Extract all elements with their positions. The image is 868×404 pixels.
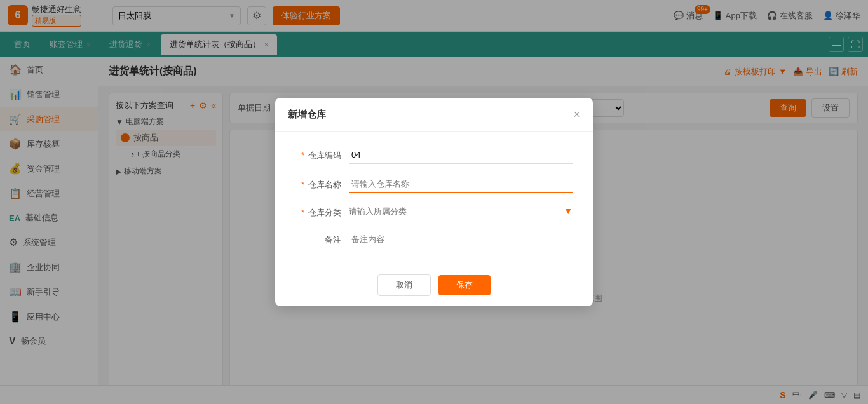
modal-title: 新增仓库 [288,109,326,121]
required-star: * [301,151,304,160]
form-row-code: * 仓库编码 [295,147,573,164]
add-warehouse-modal: 新增仓库 × * 仓库编码 * 仓库名称 [275,98,593,306]
modal-footer: 取消 保存 [275,264,593,306]
modal-overlay: 新增仓库 × * 仓库编码 * 仓库名称 [0,0,868,404]
save-button[interactable]: 保存 [438,275,491,295]
warehouse-code-label: * 仓库编码 [295,150,341,161]
warehouse-category-label: * 仓库分类 [295,207,341,219]
remark-label: 备注 [295,234,341,246]
form-row-name: * 仓库名称 [295,177,573,193]
warehouse-name-input[interactable] [349,177,573,193]
warehouse-code-input[interactable] [349,147,573,164]
form-row-category: * 仓库分类 ▼ [295,206,573,219]
warehouse-category-select[interactable]: ▼ [349,206,573,219]
category-dropdown-icon: ▼ [564,206,573,216]
remark-input[interactable] [349,232,573,248]
warehouse-name-label: * 仓库名称 [295,179,341,191]
cancel-button[interactable]: 取消 [377,274,431,296]
modal-header: 新增仓库 × [275,98,593,132]
modal-close-button[interactable]: × [573,108,580,121]
warehouse-category-input[interactable] [349,206,564,216]
form-row-remark: 备注 [295,232,573,248]
modal-body: * 仓库编码 * 仓库名称 * 仓库分类 [275,132,593,264]
required-star-2: * [301,180,304,189]
required-star-3: * [301,208,304,217]
